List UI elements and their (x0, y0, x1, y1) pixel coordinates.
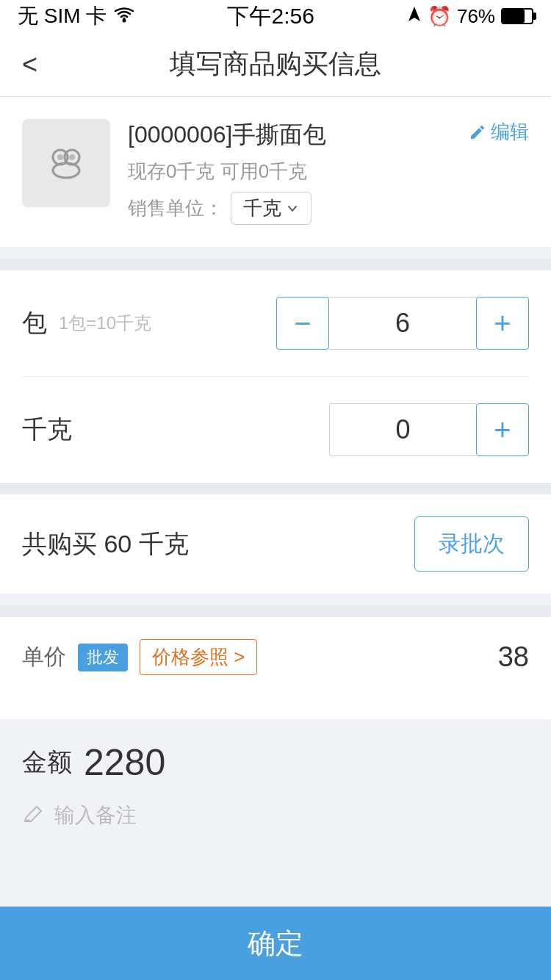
kg-increment-button[interactable]: + (476, 403, 529, 456)
price-row: 单价 批发 价格参照 > 38 (22, 639, 529, 675)
status-bar: 无 SIM 卡 下午2:56 ⏰ 76% (0, 0, 551, 32)
price-label: 单价 (22, 642, 66, 672)
product-info: [0000006]手撕面包 编辑 现存0千克 可用0千克 销售单位： 千克 (128, 119, 529, 225)
page-title: 填写商品购买信息 (170, 46, 381, 82)
package-row: 包 1包=10千克 − + (22, 270, 529, 377)
svg-point-5 (69, 154, 75, 160)
kg-control: + (329, 403, 529, 456)
time-label: 下午2:56 (227, 1, 314, 32)
wifi-icon (114, 4, 134, 28)
nav-bar: < 填写商品购买信息 (0, 32, 551, 97)
price-section: 单价 批发 价格参照 > 38 (0, 617, 551, 719)
price-tag: 批发 (78, 644, 128, 671)
back-button[interactable]: < (22, 49, 37, 80)
svg-point-0 (123, 19, 126, 23)
battery-icon (501, 8, 533, 24)
unit-select[interactable]: 千克 (231, 192, 311, 225)
batch-button[interactable]: 录批次 (414, 516, 529, 572)
alarm-icon: ⏰ (428, 5, 451, 28)
package-control: − + (276, 297, 529, 350)
battery-percent: 76% (457, 5, 495, 28)
product-name: [0000006]手撕面包 (128, 119, 326, 151)
price-ref-button[interactable]: 价格参照 > (140, 639, 257, 675)
separator-3 (0, 605, 551, 617)
separator-2 (0, 483, 551, 494)
kg-label: 千克 (22, 413, 72, 447)
remark-placeholder[interactable]: 输入备注 (54, 801, 137, 829)
status-right: ⏰ 76% (407, 5, 533, 28)
package-decrement-button[interactable]: − (276, 297, 329, 350)
price-value: 38 (498, 641, 529, 673)
carrier-label: 无 SIM 卡 (18, 2, 107, 30)
package-label: 包 1包=10千克 (22, 306, 151, 340)
svg-point-4 (57, 154, 63, 160)
confirm-button[interactable]: 确定 (0, 907, 551, 980)
remark-row[interactable]: 输入备注 (22, 801, 529, 829)
kg-row: 千克 + (22, 377, 529, 483)
package-input[interactable] (329, 297, 476, 350)
amount-value: 2280 (84, 741, 165, 784)
amount-label: 金额 (22, 746, 72, 779)
package-increment-button[interactable]: + (476, 297, 529, 350)
pencil-icon (22, 805, 43, 826)
separator-1 (0, 259, 551, 270)
product-stock: 现存0千克 可用0千克 (128, 159, 529, 184)
input-section: 包 1包=10千克 − + 千克 + (0, 270, 551, 483)
package-hint: 1包=10千克 (59, 311, 151, 335)
amount-section: 金额 2280 输入备注 (0, 719, 551, 851)
svg-point-3 (53, 163, 79, 178)
location-icon (407, 5, 422, 28)
product-image (22, 119, 110, 207)
edit-button[interactable]: 编辑 (469, 119, 529, 145)
summary-section: 共购买 60 千克 录批次 (0, 494, 551, 594)
summary-text: 共购买 60 千克 (22, 527, 189, 561)
kg-input[interactable] (329, 403, 476, 456)
product-unit: 销售单位： 千克 (128, 192, 529, 225)
product-card: [0000006]手撕面包 编辑 现存0千克 可用0千克 销售单位： 千克 (0, 97, 551, 247)
amount-row: 金额 2280 (22, 741, 529, 784)
status-left: 无 SIM 卡 (18, 2, 134, 30)
